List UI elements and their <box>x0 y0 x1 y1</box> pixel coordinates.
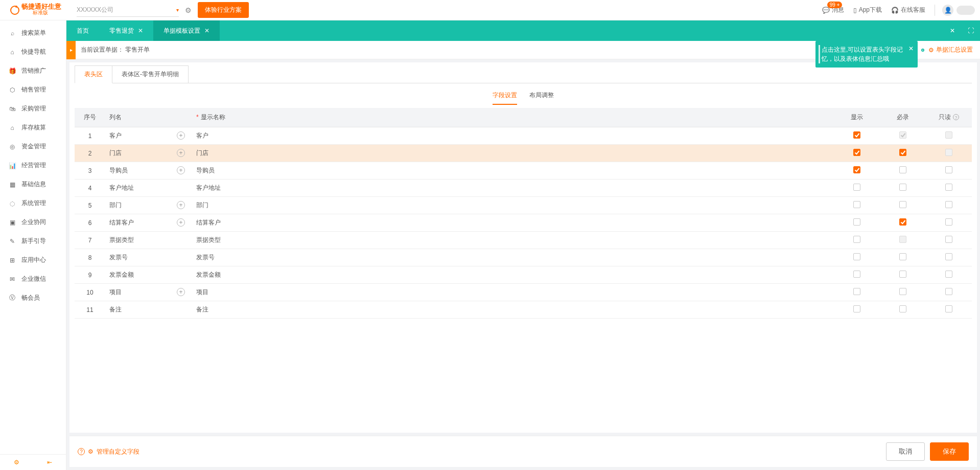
show-checkbox[interactable] <box>853 166 860 173</box>
show-checkbox[interactable] <box>853 218 860 226</box>
close-all-tabs-button[interactable]: ✕ <box>943 20 962 41</box>
info-collapse-toggle[interactable]: ▸ <box>66 41 76 59</box>
required-checkbox[interactable] <box>899 166 906 173</box>
sidebar-item-9[interactable]: ◌系统管理 <box>0 194 66 213</box>
cell-required <box>880 301 926 319</box>
fullscreen-button[interactable]: ⛶ <box>962 20 980 41</box>
table-row[interactable]: 4客户地址客户地址 <box>75 180 972 197</box>
show-checkbox[interactable] <box>853 236 860 243</box>
sidebar-item-6[interactable]: ◎资金管理 <box>0 137 66 156</box>
user-menu[interactable]: 👤 <box>935 5 975 16</box>
required-checkbox[interactable] <box>899 184 906 191</box>
sidebar-item-3[interactable]: ⬡销售管理 <box>0 80 66 99</box>
table-row[interactable]: 9发票金额发票金额 <box>75 266 972 284</box>
readonly-checkbox[interactable] <box>945 253 952 260</box>
tooltip-close-button[interactable]: ✕ <box>908 44 914 53</box>
sidebar-item-10[interactable]: ▣企业协同 <box>0 213 66 232</box>
panel-tab-0[interactable]: 表头区 <box>75 65 112 83</box>
manage-custom-fields-link[interactable]: ? ⚙ 管理自定义字段 <box>78 447 139 456</box>
messages-link[interactable]: 💬 消息 99 + <box>822 6 844 14</box>
required-checkbox[interactable] <box>899 218 906 226</box>
readonly-checkbox[interactable] <box>945 288 952 295</box>
try-industry-button[interactable]: 体验行业方案 <box>198 2 249 18</box>
cell-display-name[interactable]: 结算客户 <box>192 214 834 232</box>
add-icon[interactable]: + <box>177 201 185 209</box>
sidebar-item-7[interactable]: 📊经营管理 <box>0 156 66 175</box>
table-row[interactable]: 5部门+部门 <box>75 197 972 214</box>
show-checkbox[interactable] <box>853 131 860 139</box>
cell-display-name[interactable]: 发票金额 <box>192 266 834 284</box>
sidebar-settings-button[interactable]: ⚙ <box>0 455 33 470</box>
tab-close-icon[interactable]: ✕ <box>138 27 143 34</box>
support-link[interactable]: 🎧 在线客服 <box>891 6 925 14</box>
required-checkbox[interactable] <box>899 149 906 156</box>
table-row[interactable]: 6结算客户+结算客户 <box>75 214 972 232</box>
show-checkbox[interactable] <box>853 271 860 278</box>
show-checkbox[interactable] <box>853 305 860 312</box>
settings-gear-icon[interactable]: ⚙ <box>185 6 192 14</box>
readonly-checkbox[interactable] <box>945 236 952 243</box>
readonly-checkbox[interactable] <box>945 201 952 208</box>
cell-display-name[interactable]: 部门 <box>192 197 834 214</box>
cell-display-name[interactable]: 项目 <box>192 284 834 301</box>
add-icon[interactable]: + <box>177 166 185 174</box>
add-icon[interactable]: + <box>177 218 185 227</box>
required-checkbox[interactable] <box>899 201 906 208</box>
cancel-button[interactable]: 取消 <box>886 442 925 461</box>
table-row[interactable]: 7票据类型票据类型 <box>75 232 972 249</box>
sidebar-item-13[interactable]: ✉企业微信 <box>0 270 66 288</box>
cell-display-name[interactable]: 导购员 <box>192 162 834 180</box>
page-tab-0[interactable]: 首页 <box>66 20 99 41</box>
readonly-checkbox[interactable] <box>945 305 952 312</box>
sidebar-item-4[interactable]: 🛍采购管理 <box>0 99 66 118</box>
table-row[interactable]: 10项目+项目 <box>75 284 972 301</box>
required-checkbox[interactable] <box>899 288 906 295</box>
required-checkbox[interactable] <box>899 305 906 312</box>
add-icon[interactable]: + <box>177 131 185 140</box>
sidebar-item-5[interactable]: ⌂库存核算 <box>0 118 66 137</box>
cell-display-name[interactable]: 票据类型 <box>192 232 834 249</box>
tab-close-icon[interactable]: ✕ <box>204 27 209 34</box>
sidebar-item-12[interactable]: ⊞应用中心 <box>0 251 66 270</box>
required-checkbox[interactable] <box>899 253 906 260</box>
show-checkbox[interactable] <box>853 253 860 260</box>
help-icon[interactable]: ? <box>953 114 959 120</box>
page-tab-2[interactable]: 单据模板设置✕ <box>153 20 220 41</box>
add-icon[interactable]: + <box>177 288 185 296</box>
sidebar-collapse-button[interactable]: ⇤ <box>33 455 66 470</box>
sidebar-item-2[interactable]: 🎁营销推广 <box>0 61 66 80</box>
readonly-checkbox[interactable] <box>945 218 952 226</box>
table-row[interactable]: 1客户+客户 <box>75 127 972 145</box>
required-checkbox[interactable] <box>899 271 906 278</box>
sidebar-item-14[interactable]: Ⓥ畅会员 <box>0 288 66 307</box>
sidebar-item-8[interactable]: ▦基础信息 <box>0 175 66 194</box>
sidebar-item-1[interactable]: ⌂快捷导航 <box>0 42 66 61</box>
panel-tab-1[interactable]: 表体区-零售开单明细 <box>112 65 189 83</box>
show-checkbox[interactable] <box>853 288 860 295</box>
show-checkbox[interactable] <box>853 201 860 208</box>
readonly-checkbox[interactable] <box>945 184 952 191</box>
company-select[interactable]: XXXXXX公司 ▾ <box>77 4 179 17</box>
cell-display-name[interactable]: 门店 <box>192 145 834 162</box>
sub-tab-0[interactable]: 字段设置 <box>493 91 517 105</box>
table-row[interactable]: 3导购员+导购员 <box>75 162 972 180</box>
readonly-checkbox[interactable] <box>945 271 952 278</box>
table-row[interactable]: 8发票号发票号 <box>75 249 972 266</box>
cell-display-name[interactable]: 发票号 <box>192 249 834 266</box>
add-icon[interactable]: + <box>177 149 185 157</box>
table-row[interactable]: 11备注备注 <box>75 301 972 319</box>
table-row[interactable]: 2门店+门店 <box>75 145 972 162</box>
app-download-link[interactable]: ▯ App下载 <box>853 6 882 14</box>
cell-display-name[interactable]: 备注 <box>192 301 834 319</box>
sidebar-item-11[interactable]: ✎新手引导 <box>0 232 66 251</box>
save-button[interactable]: 保存 <box>930 442 969 461</box>
show-checkbox[interactable] <box>853 149 860 156</box>
page-tab-1[interactable]: 零售退货✕ <box>99 20 153 41</box>
cell-readonly <box>926 162 972 180</box>
readonly-checkbox[interactable] <box>945 166 952 173</box>
cell-display-name[interactable]: 客户 <box>192 127 834 145</box>
sidebar-item-0[interactable]: ⌕搜索菜单 <box>0 24 66 42</box>
sub-tab-1[interactable]: 布局调整 <box>529 91 554 105</box>
cell-display-name[interactable]: 客户地址 <box>192 180 834 197</box>
show-checkbox[interactable] <box>853 184 860 191</box>
